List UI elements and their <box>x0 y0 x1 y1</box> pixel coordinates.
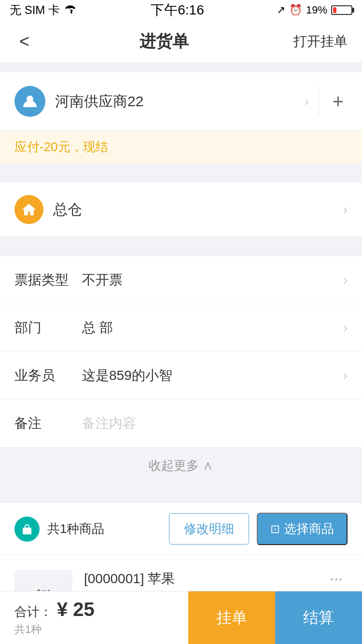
invoice-type-value: 不开票 <box>82 271 343 289</box>
notice-bar: 应付-20元，现结 <box>0 131 362 163</box>
warehouse-chevron-icon: › <box>343 202 348 217</box>
invoice-type-label: 票据类型 <box>14 271 72 289</box>
svg-rect-1 <box>23 528 31 534</box>
back-button[interactable]: < <box>14 27 34 56</box>
status-bar: 无 SIM 卡 下午6:16 ↗ ⏰ 19% <box>0 0 362 20</box>
supplier-row[interactable]: 河南供应商22 › <box>14 72 319 130</box>
open-pending-button[interactable]: 打开挂单 <box>293 32 348 51</box>
status-left: 无 SIM 卡 <box>10 2 78 18</box>
divider-2 <box>0 163 362 173</box>
salesperson-chevron-icon: › <box>343 368 348 383</box>
supplier-name: 河南供应商22 <box>55 92 305 112</box>
salesperson-value: 这是859的小智 <box>82 366 343 385</box>
product-more-button[interactable]: ··· <box>325 570 348 588</box>
product-count-label: 共1种商品 <box>47 520 169 537</box>
product-name: [0000001] 苹果 <box>84 570 325 588</box>
salesperson-label: 业务员 <box>14 366 72 385</box>
pending-button[interactable]: 挂单 <box>188 591 275 644</box>
collapse-label: 收起更多 ∧ <box>149 457 213 474</box>
total-label: 合计： <box>14 603 52 620</box>
warehouse-name: 总仓 <box>53 200 343 220</box>
footer: 合计： ¥ 25 共1种 挂单 结算 <box>0 591 362 644</box>
settle-button[interactable]: 结算 <box>275 591 362 644</box>
remark-row[interactable]: 备注 备注内容 <box>0 400 362 448</box>
total-amount: ¥ 25 <box>57 599 95 620</box>
person-icon <box>21 93 39 110</box>
remark-placeholder: 备注内容 <box>82 414 348 433</box>
product-icon <box>14 517 40 542</box>
select-product-label: 选择商品 <box>284 520 334 537</box>
select-product-button[interactable]: ⊡ 选择商品 <box>257 513 348 545</box>
location-icon: ↗ <box>277 4 285 16</box>
wifi-icon <box>65 3 78 17</box>
total-sub: 共1种 <box>14 622 174 637</box>
page-title: 进货单 <box>139 30 189 53</box>
select-product-icon: ⊡ <box>270 522 280 536</box>
status-time: 下午6:16 <box>151 1 204 19</box>
form-section: 票据类型 不开票 › 部门 总 部 › 业务员 这是859的小智 › 备注 备注… <box>0 256 362 448</box>
invoice-type-row[interactable]: 票据类型 不开票 › <box>0 256 362 304</box>
supplier-section: 河南供应商22 › + <box>0 72 362 131</box>
salesperson-row[interactable]: 业务员 这是859的小智 › <box>0 352 362 400</box>
invoice-chevron-icon: › <box>343 272 348 288</box>
department-chevron-icon: › <box>343 320 348 336</box>
product-header: 共1种商品 修改明细 ⊡ 选择商品 <box>0 503 362 555</box>
collapse-row[interactable]: 收起更多 ∧ <box>0 448 362 484</box>
alarm-icon: ⏰ <box>289 4 302 16</box>
footer-total: 合计： ¥ 25 共1种 <box>0 599 188 637</box>
nav-bar: < 进货单 打开挂单 <box>0 20 362 63</box>
carrier-label: 无 SIM 卡 <box>10 2 60 18</box>
department-value: 总 部 <box>82 319 343 337</box>
footer-total-row: 合计： ¥ 25 <box>14 599 174 620</box>
supplier-add-button[interactable]: + <box>319 87 348 116</box>
remark-label: 备注 <box>14 414 72 433</box>
warehouse-icon <box>14 195 43 224</box>
status-right: ↗ ⏰ 19% <box>277 4 352 16</box>
home-icon <box>21 202 37 217</box>
notice-text: 应付-20元，现结 <box>14 140 108 154</box>
divider-1 <box>0 63 362 72</box>
department-row[interactable]: 部门 总 部 › <box>0 304 362 352</box>
bag-icon <box>20 522 34 536</box>
supplier-avatar <box>14 86 45 117</box>
chevron-right-icon: › <box>305 94 309 109</box>
department-label: 部门 <box>14 319 72 337</box>
product-title: 苹果 <box>148 571 175 586</box>
divider-4 <box>0 484 362 493</box>
warehouse-row[interactable]: 总仓 › <box>0 182 362 237</box>
battery-percent: 19% <box>306 4 327 16</box>
product-code: [0000001] <box>84 571 144 586</box>
warehouse-section: 总仓 › <box>0 182 362 237</box>
divider-3 <box>0 237 362 247</box>
modify-detail-button[interactable]: 修改明细 <box>169 513 249 545</box>
battery-icon <box>331 5 352 15</box>
